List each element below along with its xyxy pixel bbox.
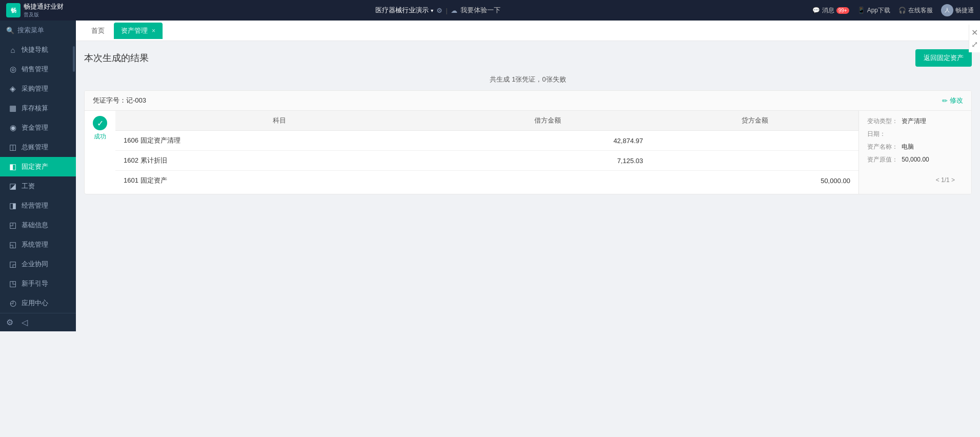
- sidebar-search[interactable]: 🔍 搜索菜单: [0, 21, 76, 40]
- sidebar-label-system: 系统管理: [22, 240, 48, 249]
- page-header: 本次生成的结果 返回固定资产: [84, 49, 972, 67]
- avatar: 人: [941, 4, 953, 16]
- sidebar-item-system[interactable]: ◱ 系统管理: [0, 235, 76, 254]
- table-wrapper: 科目 借方金额 贷方金额 1606 固定资产清理 42,874.97 1602 …: [115, 111, 858, 194]
- date-label: 日期：: [867, 130, 886, 137]
- asset-value-field: 资产原值： 50,000.00: [867, 155, 963, 164]
- voucher-body: ✓ 成功 科目 借方金额 贷方金额: [85, 111, 971, 194]
- edit-label: 修改: [950, 96, 963, 105]
- nav-icon-system: ◱: [8, 240, 17, 249]
- tab-asset-mgmt[interactable]: 资产管理×: [114, 23, 163, 39]
- chevron-down-icon: ▾: [431, 8, 433, 13]
- nav-icon-purchase: ◈: [8, 84, 17, 93]
- gear-icon[interactable]: ⚙: [436, 7, 443, 14]
- asset-value-label: 资产原值：: [867, 156, 898, 163]
- app-download-action[interactable]: 📱 App下载: [857, 6, 890, 15]
- online-service-action[interactable]: 🎧 在线客服: [898, 6, 933, 15]
- sidebar-item-ledger[interactable]: ◫ 总账管理: [0, 137, 76, 157]
- divider: |: [446, 7, 447, 14]
- pagination[interactable]: < 1/1 >: [867, 172, 963, 188]
- app-download-label: App下载: [867, 6, 890, 15]
- success-icon: ✓: [93, 116, 107, 130]
- expand-panel-icon[interactable]: ⤢: [971, 39, 978, 49]
- sidebar-label-ledger: 总账管理: [22, 143, 48, 152]
- sidebar-item-app-center[interactable]: ◴ 应用中心: [0, 293, 76, 313]
- online-service-label: 在线客服: [908, 6, 933, 15]
- sidebar-item-operations[interactable]: ◨ 经营管理: [0, 196, 76, 215]
- sidebar: 🔍 搜索菜单 ⌂ 快捷导航 ◎ 销售管理 ◈ 采购管理 ▦ 库存核算 ◉ 资金管…: [0, 21, 76, 331]
- asset-name-field: 资产名称： 电脑: [867, 143, 963, 151]
- app-name: 畅捷通好业财: [24, 2, 64, 11]
- asset-value-value: 50,000.00: [902, 156, 929, 163]
- page-content: 本次生成的结果 返回固定资产 共生成 1张凭证，0张失败 凭证字号：记-003 …: [76, 41, 980, 437]
- sidebar-label-quick-nav: 快捷导航: [22, 45, 48, 54]
- settings-icon[interactable]: ⚙: [6, 317, 13, 327]
- cell-credit-0: [651, 131, 858, 151]
- sidebar-bottom: ⚙ ◁: [0, 313, 76, 331]
- table-section: ✓ 成功 科目 借方金额 贷方金额: [85, 111, 858, 194]
- nav-icon-app-center: ◴: [8, 299, 17, 308]
- date-field: 日期：: [867, 130, 963, 138]
- nav-icon-payroll: ◪: [8, 182, 17, 191]
- sidebar-nav: ⌂ 快捷导航 ◎ 销售管理 ◈ 采购管理 ▦ 库存核算 ◉ 资金管理 ◫ 总账管…: [0, 40, 76, 313]
- sidebar-item-quick-nav[interactable]: ⌂ 快捷导航: [0, 40, 76, 59]
- collapse-icon[interactable]: ◁: [22, 317, 28, 327]
- tab-label-home: 首页: [91, 26, 105, 35]
- panel-controls: ✕ ⤢: [969, 25, 980, 52]
- nav-icon-basic-info: ◰: [8, 221, 17, 230]
- sidebar-item-guide[interactable]: ◳ 新手引导: [0, 274, 76, 293]
- sidebar-label-app-center: 应用中心: [22, 299, 48, 308]
- table-row: 1601 固定资产 50,000.00: [115, 171, 858, 191]
- cell-subject-0: 1606 固定资产清理: [115, 131, 444, 151]
- sidebar-item-finance[interactable]: ◉ 资金管理: [0, 118, 76, 137]
- header-right: 💬 消息 99+ 📱 App下载 🎧 在线客服 人 畅捷通: [812, 4, 974, 16]
- company-selector[interactable]: 医疗器械行业演示 ▾: [375, 6, 433, 15]
- nav-icon-guide: ◳: [8, 279, 17, 288]
- success-label: 成功: [94, 132, 106, 141]
- asset-name-label: 资产名称：: [867, 143, 898, 150]
- sidebar-item-payroll[interactable]: ◪ 工资: [0, 176, 76, 196]
- content-area: 首页资产管理× 本次生成的结果 返回固定资产 共生成 1张凭证，0张失败 凭证字…: [76, 21, 980, 437]
- table-row: 1602 累计折旧 7,125.03: [115, 151, 858, 171]
- sidebar-label-purchase: 采购管理: [22, 84, 48, 93]
- close-panel-icon[interactable]: ✕: [971, 28, 978, 37]
- user-action[interactable]: 人 畅捷通: [941, 4, 974, 16]
- sidebar-item-purchase[interactable]: ◈ 采购管理: [0, 79, 76, 98]
- col-credit: 贷方金额: [651, 111, 858, 131]
- user-name: 畅捷通: [955, 6, 974, 15]
- cell-subject-1: 1602 累计折旧: [115, 151, 444, 171]
- return-button[interactable]: 返回固定资产: [915, 49, 972, 67]
- cell-credit-1: [651, 151, 858, 171]
- sidebar-label-inventory: 库存核算: [22, 104, 48, 113]
- sidebar-item-inventory[interactable]: ▦ 库存核算: [0, 98, 76, 118]
- scroll-bar: [73, 46, 75, 72]
- voucher-header: 凭证字号：记-003 ✏ 修改: [85, 91, 971, 111]
- nav-icon-enterprise: ◲: [8, 260, 17, 269]
- sidebar-label-payroll: 工资: [22, 182, 35, 191]
- nav-icon-operations: ◨: [8, 201, 17, 210]
- tab-close-asset-mgmt[interactable]: ×: [152, 27, 155, 34]
- table-row: 1606 固定资产清理 42,874.97: [115, 131, 858, 151]
- sidebar-item-enterprise[interactable]: ◲ 企业协同: [0, 254, 76, 274]
- cell-debit-1: 7,125.03: [444, 151, 651, 171]
- phone-icon: 📱: [857, 7, 865, 14]
- logo-icon: 畅: [6, 3, 21, 17]
- sidebar-item-fixed-assets[interactable]: ◧ 固定资产: [0, 157, 76, 176]
- main-layout: 🔍 搜索菜单 ⌂ 快捷导航 ◎ 销售管理 ◈ 采购管理 ▦ 库存核算 ◉ 资金管…: [0, 21, 980, 437]
- tab-home[interactable]: 首页: [84, 23, 112, 39]
- voucher-card: 凭证字号：记-003 ✏ 修改 ✓ 成功: [84, 90, 972, 194]
- tabs-container: 首页资产管理×: [84, 23, 163, 39]
- cell-debit-0: 42,874.97: [444, 131, 651, 151]
- sidebar-item-sales[interactable]: ◎ 销售管理: [0, 59, 76, 79]
- experience-link[interactable]: 我要体验一下: [461, 6, 501, 15]
- sidebar-item-basic-info[interactable]: ◰ 基础信息: [0, 215, 76, 235]
- search-icon: 🔍: [6, 27, 14, 34]
- header-center: 医疗器械行业演示 ▾ ⚙ | ☁ 我要体验一下: [375, 6, 500, 15]
- voucher-table-body: 1606 固定资产清理 42,874.97 1602 累计折旧 7,125.03…: [115, 131, 858, 191]
- messages-action[interactable]: 💬 消息 99+: [812, 6, 849, 15]
- status-column: ✓ 成功: [85, 111, 115, 194]
- edit-button[interactable]: ✏ 修改: [942, 96, 963, 105]
- headset-icon: 🎧: [898, 7, 906, 14]
- message-icon: 💬: [812, 7, 820, 14]
- cell-subject-2: 1601 固定资产: [115, 171, 444, 191]
